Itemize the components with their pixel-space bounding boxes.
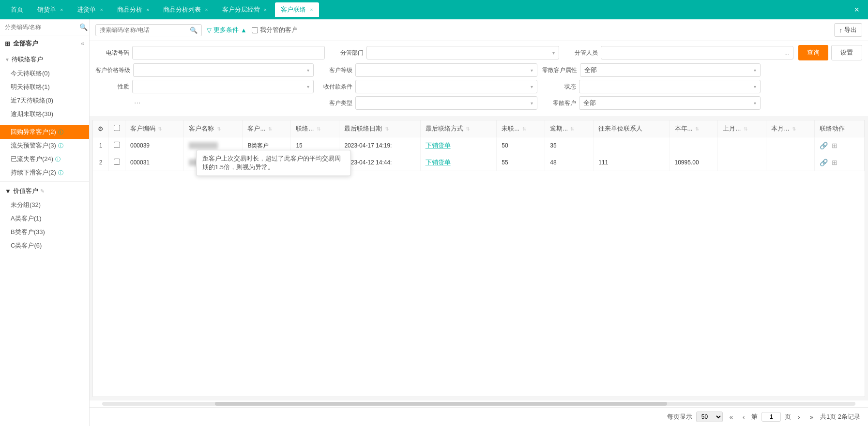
row-this-year-1: 10995.00 [670, 154, 718, 171]
customer-level-select[interactable]: ▾ [355, 63, 537, 77]
action-col-header: 联络动作 [815, 120, 865, 137]
sidebar-item-class-b[interactable]: B类客户(33) [0, 225, 89, 239]
my-customers-checkbox[interactable] [252, 27, 258, 33]
contact-sort-icon: ⇅ [317, 126, 320, 132]
retail-attr-select[interactable]: 全部 ▾ [580, 63, 761, 77]
sidebar-item-today[interactable]: 今天待联络(0) [0, 67, 89, 80]
last-month-label: 上月... [723, 125, 741, 132]
status-arrow: ▾ [754, 84, 756, 89]
search-box: 🔍 [95, 24, 202, 36]
action-grid-icon-0[interactable]: ⊞ [832, 142, 838, 149]
sidebar-item-churn-warning[interactable]: 流失预警客户(3) ⓘ [0, 139, 89, 152]
sidebar-item-churned[interactable]: 已流失客户(24) ⓘ [0, 152, 89, 166]
price-level-select[interactable]: ▾ [133, 63, 314, 77]
action-grid-icon-1[interactable]: ⊞ [832, 159, 838, 166]
search-input[interactable] [100, 27, 187, 33]
last-contact-link-1[interactable]: 下销货单 [426, 159, 451, 166]
horizontal-scrollbar[interactable] [90, 400, 868, 407]
nature-arrow: ▾ [307, 84, 309, 89]
repurchase-label: 回购异常客户(2) [11, 128, 56, 136]
my-customers-checkbox-label[interactable]: 我分管的客户 [252, 26, 298, 34]
dept-select[interactable]: ▾ [366, 46, 559, 59]
overdue-col-header: 逾期... ⇅ [545, 120, 594, 137]
sidebar-item-repurchase-abnormal[interactable]: 回购异常客户(2) ⓘ [0, 125, 89, 139]
prev-page-button[interactable]: ‹ [740, 412, 747, 422]
last-contact-link-0[interactable]: 下销货单 [426, 142, 451, 149]
search-icon: 🔍 [190, 27, 198, 34]
info-icon-churn-warning: ⓘ [58, 142, 63, 149]
customer-type-select[interactable]: ▾ [355, 96, 537, 110]
name-sort-icon: ⇅ [217, 126, 221, 132]
filter-customer-level: 客户等级 ▾ [319, 63, 537, 77]
pending-contact-header[interactable]: ▼ 待联络客户 [0, 52, 89, 67]
row-num-0: 1 [93, 137, 109, 154]
page-suffix-label: 页 [785, 412, 791, 421]
nature-select[interactable]: ▾ [132, 80, 314, 93]
phone-input[interactable] [132, 46, 325, 59]
sidebar-search-input[interactable] [5, 24, 77, 30]
export-button[interactable]: ↑ 导出 [834, 23, 863, 37]
sidebar-item-class-c[interactable]: C类客户(6) [0, 239, 89, 252]
action-label: 联络动作 [820, 125, 845, 132]
payment-select[interactable]: ▾ [355, 80, 537, 93]
nav-product-list-close[interactable]: × [205, 7, 208, 13]
window-close-button[interactable]: × [850, 5, 863, 15]
info-icon-repurchase: ⓘ [58, 129, 63, 136]
next-page-button[interactable]: › [795, 412, 803, 422]
sidebar-item-7days[interactable]: 近7天待联络(0) [0, 94, 89, 107]
first-page-button[interactable]: « [727, 412, 736, 422]
sidebar-item-tomorrow[interactable]: 明天待联络(1) [0, 80, 89, 94]
customer-level-label: 客户等级 [319, 66, 352, 74]
sidebar-item-class-a[interactable]: A类客户(1) [0, 212, 89, 225]
value-customers-header[interactable]: ▼ 价值客户 ✎ [0, 184, 89, 198]
retail-customer-select[interactable]: 全部 ▾ [579, 96, 761, 110]
nav-customer-contact-close[interactable]: × [310, 7, 313, 13]
status-select[interactable]: ▾ [579, 80, 761, 93]
h-scrollbar-thumb [215, 402, 667, 406]
more-conditions-label: 更多条件 [213, 26, 239, 34]
action-link-icon-1[interactable]: 🔗 [820, 159, 828, 166]
nav-purchase-close[interactable]: × [100, 7, 103, 13]
page-number-input[interactable] [761, 412, 781, 422]
settings-col-header[interactable]: ⚙ [93, 120, 109, 137]
settings-button[interactable]: 设置 [831, 45, 862, 60]
edit-icon[interactable]: ✎ [40, 188, 45, 194]
filter-icon: ▽ [207, 27, 212, 34]
row-last-contact-method-1: 下销货单 [420, 154, 497, 171]
manager-select[interactable]: … [601, 46, 793, 59]
select-all-checkbox[interactable] [114, 125, 120, 131]
nav-product-analysis-close[interactable]: × [146, 7, 149, 13]
nav-sales[interactable]: 销货单 × [31, 2, 69, 17]
nav-customer-tier-close[interactable]: × [264, 7, 267, 13]
row-checkbox-1[interactable] [114, 159, 120, 165]
per-page-select[interactable]: 50 100 [696, 411, 723, 422]
last-page-button[interactable]: » [807, 412, 816, 422]
query-button[interactable]: 查询 [798, 45, 828, 60]
settings-col-icon[interactable]: ⚙ [98, 125, 104, 132]
payment-label: 收付款条件 [319, 83, 352, 91]
filter-retail-customer: 零散客户 全部 ▾ [542, 96, 761, 110]
sidebar-item-overdue[interactable]: 逾期未联络(30) [0, 107, 89, 121]
nav-purchase[interactable]: 进货单 × [71, 2, 108, 17]
nav-home[interactable]: 首页 [5, 2, 29, 17]
sidebar-item-ungrouped[interactable]: 未分组(32) [0, 198, 89, 212]
row-checkbox-cell-1 [109, 154, 125, 171]
action-link-icon-0[interactable]: 🔗 [820, 142, 828, 149]
nav-sales-close[interactable]: × [60, 7, 63, 13]
retail-attr-arrow: ▾ [754, 68, 756, 73]
row-checkbox-0[interactable] [114, 142, 120, 148]
collapse-button[interactable]: « [81, 40, 84, 47]
nav-customer-tier[interactable]: 客户分层经营 × [216, 2, 273, 17]
nav-product-list[interactable]: 商品分析列表 × [157, 2, 213, 17]
filter-retail-attr: 零散客户属性 全部 ▾ [542, 63, 761, 77]
row-no-contact-0: 50 [497, 137, 545, 154]
main-content: 🔍 ▽ 更多条件 ▲ 我分管的客户 ↑ 导出 电话号码 [90, 19, 868, 426]
row-last-contact-date-1: 2023-04-12 14:44: [339, 154, 420, 171]
nav-product-analysis[interactable]: 商品分析 × [111, 2, 155, 17]
more-conditions-button[interactable]: ▽ 更多条件 ▲ [207, 26, 247, 34]
sidebar-item-declining[interactable]: 持续下滑客户(2) ⓘ [0, 166, 89, 179]
nav-purchase-label: 进货单 [77, 5, 96, 14]
ellipsis-button[interactable]: ··· [132, 99, 142, 107]
sidebar-all-customers[interactable]: ⊞ 全部客户 « [0, 35, 89, 52]
nav-customer-contact[interactable]: 客户联络 × [275, 2, 319, 17]
